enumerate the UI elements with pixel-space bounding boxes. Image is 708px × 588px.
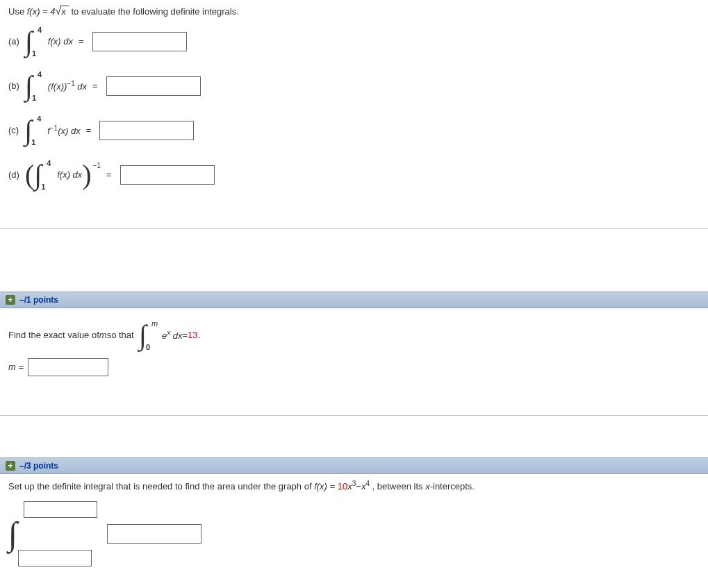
q2-answer-row: m =: [8, 358, 700, 376]
eq-sign: =: [106, 169, 112, 180]
q1c-exp: −1: [50, 124, 58, 132]
left-paren-icon: (: [25, 161, 34, 189]
q1-fx: f(x) = 4: [27, 6, 56, 17]
q1c-label: (c): [8, 125, 19, 135]
q1-part-a: (a) ∫ 4 1 f(x) dx =: [8, 27, 700, 56]
q2-answer-label: m =: [8, 362, 24, 372]
q1d-integrand: f(x) dx: [57, 169, 82, 180]
q2-points-bar: + –/1 points: [0, 292, 708, 308]
q3-minus: −: [356, 481, 361, 492]
int-upper: 4: [47, 159, 51, 167]
int-lower: 1: [32, 94, 36, 102]
q3-lower-input[interactable]: [18, 550, 92, 566]
q1-sqrt-arg: x: [60, 6, 69, 17]
q2-prompt-row: Find the exact value of m so that ∫ m 0 …: [8, 321, 700, 350]
question-2: Find the exact value of m so that ∫ m 0 …: [0, 308, 708, 405]
q3-answer-row: ∫: [8, 501, 700, 566]
q1b-exp: −1: [67, 80, 74, 87]
q1b-pre: (f(x)): [48, 81, 67, 92]
spacer: [0, 229, 708, 292]
q1a-label: (a): [8, 36, 19, 47]
q1a-answer-input[interactable]: [92, 32, 187, 51]
integral-icon: ∫ 4 1: [24, 116, 32, 145]
paren-group: ( ∫ 4 1 f(x) dx ): [25, 160, 92, 190]
q3-prompt: Set up the definite integral that is nee…: [8, 480, 700, 492]
q1c-post: (x) dx: [58, 126, 81, 136]
q2-answer-input[interactable]: [28, 358, 108, 376]
q1b-post: dx: [75, 81, 87, 92]
q1b-label: (b): [8, 81, 19, 91]
int-lower: 1: [41, 183, 45, 191]
q1-part-d: (d) ( ∫ 4 1 f(x) dx ) −1 =: [8, 160, 700, 190]
q1b-answer-input[interactable]: [106, 76, 201, 96]
integral-icon: ∫ 4 1: [34, 160, 42, 190]
q1-prompt: Use f(x) = 4√x to evaluate the following…: [8, 6, 700, 17]
q2-eq: =: [182, 330, 188, 340]
expand-icon[interactable]: +: [6, 295, 15, 305]
integral-with-bounds-inputs: ∫: [8, 501, 97, 566]
q2-dx: dx: [170, 330, 182, 341]
q1-prompt-prefix: Use: [8, 6, 27, 17]
question-3: Set up the definite integral that is nee…: [0, 474, 708, 588]
q3-points-bar: + –/3 points: [0, 457, 708, 474]
q3-pre: Set up the definite integral that is nee…: [8, 481, 314, 492]
int-lower: 1: [32, 49, 36, 58]
question-1: Use f(x) = 4√x to evaluate the following…: [0, 0, 708, 219]
integral-icon: ∫: [8, 516, 17, 551]
q2-prompt: Find the exact value of: [8, 330, 99, 340]
int-upper: 4: [37, 115, 41, 123]
q2-sothat: so that: [107, 330, 134, 340]
int-upper: 4: [38, 70, 42, 78]
q1a-integrand: f(x) dx: [48, 36, 73, 47]
q1c-integrand: f−1(x) dx: [47, 124, 81, 136]
q1-prompt-suffix: to evaluate the following definite integ…: [71, 6, 238, 17]
q2-period: .: [198, 330, 201, 340]
int-upper: m: [151, 319, 158, 328]
integral-icon: ∫ m 0: [139, 321, 147, 350]
q3-points-text: –/3 points: [19, 461, 58, 471]
q3-upper-input[interactable]: [24, 501, 97, 518]
sqrt-icon: √x: [56, 6, 69, 17]
q1b-integrand: (f(x))−1 dx: [48, 80, 87, 92]
q2-points-text: –/1 points: [19, 295, 58, 305]
int-lower: 1: [31, 138, 35, 146]
eq-sign: =: [92, 81, 98, 91]
q3-intercepts: -intercepts.: [430, 481, 475, 492]
q3-e2: 4: [365, 480, 370, 487]
right-paren-icon: ): [82, 161, 91, 189]
q1d-outer-exp: −1: [93, 162, 101, 169]
q2-value: 13: [188, 330, 197, 340]
integral-icon: ∫ 4 1: [25, 72, 33, 101]
q3-integrand-input[interactable]: [107, 524, 201, 544]
int-upper: 4: [38, 26, 42, 34]
q1-part-b: (b) ∫ 4 1 (f(x))−1 dx =: [8, 72, 700, 101]
q3-post: , between its: [372, 481, 426, 492]
expand-icon[interactable]: +: [6, 461, 15, 471]
q1-part-c: (c) ∫ 4 1 f−1(x) dx =: [8, 116, 700, 145]
spacer: [0, 416, 708, 457]
integral-icon: ∫ 4 1: [25, 27, 33, 56]
eq-sign: =: [79, 36, 84, 47]
int-lower: 0: [146, 343, 150, 351]
q1c-answer-input[interactable]: [99, 121, 194, 140]
q2-m: m: [99, 330, 107, 340]
q1d-label: (d): [8, 169, 19, 180]
q2-integrand: ex dx: [162, 329, 183, 341]
eq-sign: =: [86, 125, 92, 135]
q3-coeff: 10: [338, 481, 347, 492]
q3-fx: f(x) =: [314, 481, 338, 492]
q1d-answer-input[interactable]: [120, 165, 215, 185]
